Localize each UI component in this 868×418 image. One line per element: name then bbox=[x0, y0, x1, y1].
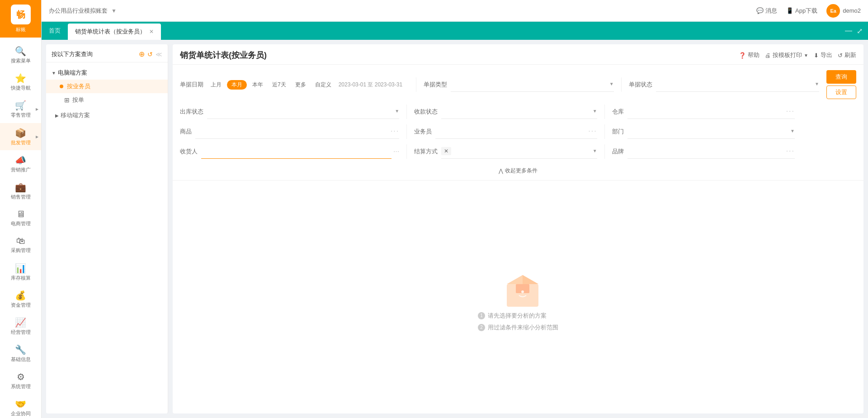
filter-doctype-field: 单据类型 ▼ bbox=[424, 77, 614, 92]
sidebar-item-sales[interactable]: 💼 销售管理 bbox=[0, 177, 41, 204]
date-tab-this-year[interactable]: 本年 bbox=[249, 80, 267, 90]
window-minimize-icon[interactable]: — bbox=[845, 27, 852, 35]
tree-group-desktop-header[interactable]: ▼ 电脑端方案 bbox=[46, 66, 168, 80]
message-label: 消息 bbox=[765, 7, 777, 15]
salesman-content[interactable]: ··· bbox=[435, 124, 597, 139]
tree-item-salesman-label: 按业务员 bbox=[67, 82, 90, 90]
sidebar-label-system: 系统管理 bbox=[11, 384, 31, 390]
sidebar-icon-enterprise: 🤝 bbox=[15, 399, 26, 409]
topbar-dropdown-icon[interactable]: ▼ bbox=[111, 8, 117, 14]
empty-tips: 1 请先选择要分析的方案 2 用过滤条件来缩小分析范围 bbox=[478, 312, 558, 335]
doctype-content[interactable]: ▼ bbox=[451, 77, 614, 92]
tree-item-by-order[interactable]: ⊞ 按单 bbox=[46, 93, 168, 107]
logo-area[interactable]: 畅 标账 bbox=[0, 0, 41, 38]
brand-dots: ··· bbox=[786, 147, 795, 155]
date-tab-7days[interactable]: 近7天 bbox=[269, 80, 290, 90]
sidebar-item-enterprise[interactable]: 🤝 企业协同 bbox=[0, 394, 41, 418]
date-tab-last-month[interactable]: 上月 bbox=[207, 80, 225, 90]
receiver-input[interactable] bbox=[201, 144, 392, 159]
sidebar-icon-purchase: 🛍 bbox=[16, 236, 25, 246]
tree-item-sub-icon: ⊞ bbox=[64, 96, 70, 104]
refresh-scheme-icon[interactable]: ↺ bbox=[147, 51, 153, 58]
export-btn[interactable]: ⬇ 导出 bbox=[814, 51, 832, 59]
department-content[interactable]: ▼ bbox=[627, 124, 795, 139]
topbar-left: 办公用品行业模拟账套 ▼ bbox=[49, 7, 117, 15]
tab-home[interactable]: 首页 bbox=[42, 22, 68, 40]
outstatus-content[interactable]: ▼ bbox=[207, 104, 399, 119]
sidebar-label-retail: 零售管理 bbox=[11, 112, 31, 118]
filter-divider-1 bbox=[416, 77, 416, 92]
filter-divider-3 bbox=[406, 104, 407, 119]
sidebar-item-search[interactable]: 🔍 搜索菜单 bbox=[0, 41, 41, 68]
print-btn[interactable]: 🖨 按模板打印 ▼ bbox=[765, 51, 808, 59]
sidebar-icon-inventory: 📊 bbox=[15, 263, 26, 274]
date-tab-this-month[interactable]: 本月 bbox=[227, 80, 247, 90]
refresh-label: 刷新 bbox=[844, 51, 856, 59]
filter-divider-8 bbox=[604, 144, 605, 159]
tab-close-icon[interactable]: ✕ bbox=[149, 28, 154, 35]
topbar-right: 💬 消息 📱 App下载 Ea demo2 bbox=[756, 4, 861, 18]
logo-text: 畅 bbox=[16, 9, 25, 21]
sidebar-item-quick-nav[interactable]: ⭐ 快捷导航 bbox=[0, 68, 41, 95]
docstatus-content[interactable]: ▼ bbox=[656, 77, 819, 92]
brand-label: 品牌 bbox=[612, 147, 624, 156]
setting-btn[interactable]: 设置 bbox=[826, 86, 856, 99]
warehouse-label: 仓库 bbox=[612, 108, 624, 116]
help-btn[interactable]: ❓ 帮助 bbox=[739, 51, 760, 59]
user-area[interactable]: Ea demo2 bbox=[826, 4, 861, 18]
sidebar-label-sales: 销售管理 bbox=[11, 194, 31, 200]
empty-tip-1: 1 请先选择要分析的方案 bbox=[478, 312, 558, 320]
refresh-btn[interactable]: ↺ 刷新 bbox=[838, 51, 856, 59]
collapse-btn[interactable]: ⋀ 收起更多条件 bbox=[499, 167, 538, 175]
salesman-label: 业务员 bbox=[414, 128, 432, 136]
date-tab-more[interactable]: 更多 bbox=[292, 80, 310, 90]
settle-label: 结算方式 bbox=[414, 147, 438, 156]
sidebar-item-basic[interactable]: 🔧 基础信息 bbox=[0, 340, 41, 367]
window-controls: — ⤢ bbox=[845, 27, 868, 35]
outstatus-arrow: ▼ bbox=[395, 109, 399, 114]
filter-date-field: 单据日期 上月 本月 本年 近7天 更多 自定义 2023-03-01 至 20… bbox=[180, 80, 409, 90]
print-label: 按模板打印 bbox=[773, 51, 802, 59]
query-btn[interactable]: 查询 bbox=[826, 70, 856, 84]
settle-content[interactable]: ✕ ▼ bbox=[441, 144, 597, 159]
tree-group-mobile-header[interactable]: ▶ 移动端方案 bbox=[46, 109, 168, 122]
message-btn[interactable]: 💬 消息 bbox=[756, 7, 777, 15]
sidebar-item-wholesale[interactable]: 📦 批发管理 bbox=[0, 123, 41, 150]
docstatus-arrow: ▼ bbox=[815, 81, 819, 86]
warehouse-content[interactable]: ··· bbox=[627, 104, 795, 119]
sidebar-icon-retail: 🛒 bbox=[15, 100, 26, 111]
goods-dots: ··· bbox=[391, 127, 399, 135]
sidebar-item-marketing[interactable]: 📣 营销推广 bbox=[0, 150, 41, 177]
sidebar-item-ecommerce[interactable]: 🖥 电商管理 bbox=[0, 204, 41, 231]
filter-docstatus-field: 单据状态 ▼ bbox=[629, 77, 819, 92]
sidebar-item-retail[interactable]: 🛒 零售管理 bbox=[0, 95, 41, 123]
sidebar-item-system[interactable]: ⚙ 系统管理 bbox=[0, 367, 41, 394]
collapse-arrow-icon: ⋀ bbox=[499, 168, 503, 174]
sidebar-item-inventory[interactable]: 📊 库存核算 bbox=[0, 258, 41, 285]
window-expand-icon[interactable]: ⤢ bbox=[857, 27, 863, 35]
collapse-panel-icon[interactable]: ≪ bbox=[156, 51, 162, 58]
sidebar-item-operation[interactable]: 📈 经营管理 bbox=[0, 313, 41, 340]
filter-salesman-field: 业务员 ··· bbox=[414, 124, 597, 139]
tree-item-by-salesman[interactable]: 按业务员 bbox=[46, 80, 168, 93]
sidebar-icon-operation: 📈 bbox=[15, 317, 26, 328]
message-icon: 💬 bbox=[756, 7, 764, 14]
sidebar-item-finance[interactable]: 💰 资金管理 bbox=[0, 285, 41, 313]
filter-area: 单据日期 上月 本月 本年 近7天 更多 自定义 2023-03-01 至 20… bbox=[173, 65, 863, 180]
sidebar-label-search: 搜索菜单 bbox=[11, 58, 31, 64]
sidebar-menu: 🔍 搜索菜单 ⭐ 快捷导航 🛒 零售管理 📦 批发管理 📣 营销推广 💼 销售管… bbox=[0, 38, 41, 418]
receiptstatus-content[interactable]: ▼ bbox=[441, 104, 597, 119]
goods-content[interactable]: ··· bbox=[195, 124, 399, 139]
sidebar-item-purchase[interactable]: 🛍 采购管理 bbox=[0, 231, 41, 258]
date-filter: 上月 本月 本年 近7天 更多 自定义 2023-03-01 至 2023-03… bbox=[207, 80, 409, 90]
tab-salesman-stats[interactable]: 销货单统计表（按业务员） ✕ bbox=[68, 24, 161, 40]
receiver-dots[interactable]: ··· bbox=[393, 147, 399, 156]
export-icon: ⬇ bbox=[814, 52, 819, 59]
settle-tag-x[interactable]: ✕ bbox=[444, 148, 448, 154]
add-scheme-icon[interactable]: ⊕ bbox=[139, 50, 145, 58]
sidebar-label-wholesale: 批发管理 bbox=[11, 140, 31, 146]
date-tab-custom[interactable]: 自定义 bbox=[311, 80, 335, 90]
tree-mobile-arrow: ▶ bbox=[55, 113, 59, 118]
app-download-btn[interactable]: 📱 App下载 bbox=[786, 7, 817, 15]
brand-content[interactable]: ··· bbox=[627, 144, 795, 159]
